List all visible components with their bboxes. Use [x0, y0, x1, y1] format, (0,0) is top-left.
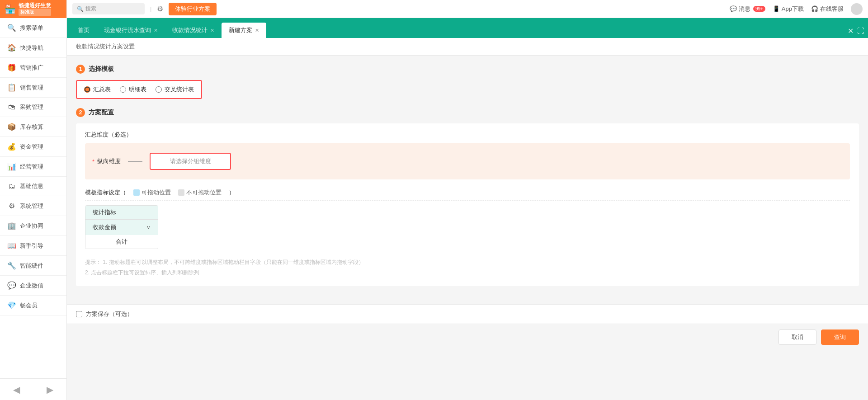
sidebar-item-sales[interactable]: 📋销售管理	[0, 78, 66, 98]
sidebar-label-search: 搜索菜单	[20, 24, 43, 32]
indicator-table: 统计指标 收款金额 ∨ 合计	[85, 205, 158, 249]
tab-home[interactable]: 首页	[71, 23, 97, 38]
sidebar-item-collab[interactable]: 🏢企业协同	[0, 216, 66, 236]
draggable-legend-box	[133, 189, 140, 196]
message-icon: 💬	[730, 5, 737, 12]
sidebar-icon-hardware: 🔧	[7, 261, 16, 270]
step2-title: 方案配置	[89, 108, 114, 117]
message-button[interactable]: 💬 消息 99+	[730, 5, 765, 13]
main-area: 🔍 搜索 | ⚙ 体验行业方案 💬 消息 99+ 📱 App下载 🎧 在线客服	[67, 0, 868, 400]
sidebar-bottom: ◀ ▶	[0, 378, 66, 400]
sidebar-item-purchase[interactable]: 🛍采购管理	[0, 98, 66, 117]
dropdown-icon[interactable]: ∨	[146, 224, 151, 231]
radio-cross[interactable]: 交叉统计表	[156, 85, 194, 94]
sidebar-icon-marketing: 🎁	[7, 63, 16, 72]
sidebar-item-inventory[interactable]: 📦库存核算	[0, 117, 66, 137]
indicator-cell-sub: 合计	[85, 235, 158, 249]
gear-icon[interactable]: ⚙	[157, 5, 163, 13]
sidebar-icon-basic: 🗂	[7, 182, 16, 190]
breadcrumb-text: 收款情况统计方案设置	[76, 43, 135, 50]
legend-draggable: 可拖动位置	[133, 188, 171, 197]
sidebar-icon-member: 💎	[7, 301, 16, 310]
tip1-text: 提示： 1. 拖动标题栏可以调整布局，不可跨维度或指标区域拖动栏目字段（只能在同…	[85, 258, 850, 267]
legend-fixed-label: 不可拖动位置	[186, 188, 222, 197]
user-avatar[interactable]	[851, 3, 863, 15]
topbar-search[interactable]: 🔍 搜索	[72, 3, 145, 14]
sidebar-label-member: 畅会员	[20, 301, 38, 310]
radio-detail-input[interactable]	[120, 86, 126, 93]
sidebar-label-collab: 企业协同	[20, 222, 43, 230]
sidebar-item-marketing[interactable]: 🎁营销推广	[0, 58, 66, 78]
search-placeholder: 搜索	[85, 5, 96, 13]
tab-label-receipts: 收款情况统计	[172, 26, 208, 34]
save-checkbox[interactable]	[76, 311, 82, 317]
sidebar-label-quick-nav: 快捷导航	[20, 44, 43, 52]
save-label: 方案保存（可选）	[86, 310, 133, 318]
sidebar-item-basic[interactable]: 🗂基础信息	[0, 177, 66, 196]
sidebar-label-sales: 销售管理	[20, 84, 43, 92]
sidebar-item-operation[interactable]: 📊经营管理	[0, 157, 66, 177]
radio-cross-input[interactable]	[156, 86, 162, 93]
template-selection-box: 汇总表 明细表 交叉统计表	[76, 80, 202, 99]
sidebar-icon-search: 🔍	[7, 24, 16, 32]
dim-select-box[interactable]: 请选择分组维度	[150, 153, 231, 170]
config-section: 汇总维度（必选） * 纵向维度 —— 请选择分组维度 模板指标设定（	[76, 123, 859, 286]
tab-close-new-plan[interactable]: ✕	[255, 28, 259, 33]
sidebar-label-finance: 资金管理	[20, 143, 43, 151]
maximize-icon[interactable]: ⛶	[857, 27, 864, 35]
tips-section: 提示： 1. 拖动标题栏可以调整布局，不可跨维度或指标区域拖动栏目字段（只能在同…	[85, 258, 850, 277]
sidebar-icon-operation: 📊	[7, 162, 16, 171]
cancel-button[interactable]: 取消	[778, 329, 816, 345]
step1-section: 1 选择模板 汇总表 明细表	[76, 65, 859, 99]
sidebar-label-inventory: 库存核算	[20, 123, 43, 131]
sidebar-collapse-btn[interactable]: ◀	[0, 379, 33, 400]
sidebar-item-system[interactable]: ⚙系统管理	[0, 196, 66, 216]
step2-number: 2	[76, 108, 85, 117]
tab-new-plan[interactable]: 新建方案✕	[222, 23, 266, 38]
message-badge: 99+	[753, 6, 765, 12]
sidebar-expand-btn[interactable]: ▶	[33, 379, 67, 400]
indicator-cell[interactable]: 收款金额 ∨	[85, 220, 158, 235]
tab-bank[interactable]: 现金银行流水查询✕	[97, 23, 165, 38]
trial-button[interactable]: 体验行业方案	[169, 3, 217, 15]
indicator-cell-label: 收款金额	[93, 223, 116, 231]
topbar: 🔍 搜索 | ⚙ 体验行业方案 💬 消息 99+ 📱 App下载 🎧 在线客服	[67, 0, 868, 18]
tabbar-actions: ✕ ⛶	[848, 27, 864, 38]
sidebar-item-hardware[interactable]: 🔧智能硬件	[0, 256, 66, 276]
radio-summary-input[interactable]	[84, 86, 90, 93]
page-breadcrumb: 收款情况统计方案设置	[67, 38, 868, 56]
sidebar-icon-finance: 💰	[7, 142, 16, 151]
radio-summary[interactable]: 汇总表	[84, 85, 111, 94]
sidebar-item-finance[interactable]: 💰资金管理	[0, 137, 66, 157]
tab-close-receipts[interactable]: ✕	[210, 28, 214, 33]
service-icon: 🎧	[811, 5, 818, 12]
tab-label-bank: 现金银行流水查询	[104, 26, 151, 34]
close-window-icon[interactable]: ✕	[848, 27, 854, 35]
tab-close-bank[interactable]: ✕	[154, 28, 158, 33]
step1-number: 1	[76, 65, 85, 74]
sidebar-item-quick-nav[interactable]: 🏠快捷导航	[0, 38, 66, 58]
confirm-button[interactable]: 查询	[821, 329, 859, 345]
sidebar-item-search[interactable]: 🔍搜索菜单	[0, 18, 66, 38]
sidebar: 🏪 畅捷通好生意 标准版 🔍搜索菜单🏠快捷导航🎁营销推广📋销售管理🛍采购管理📦库…	[0, 0, 67, 400]
sidebar-logo: 🏪 畅捷通好生意 标准版	[0, 0, 66, 18]
sidebar-icon-purchase: 🛍	[7, 103, 16, 111]
tab-label-new-plan: 新建方案	[229, 26, 252, 34]
sidebar-item-wecom[interactable]: 💬企业微信	[0, 276, 66, 296]
download-button[interactable]: 📱 App下载	[773, 5, 804, 13]
sidebar-item-member[interactable]: 💎畅会员	[0, 296, 66, 315]
required-mark: *	[92, 158, 94, 165]
indicator-title: 模板指标设定（	[85, 188, 126, 197]
download-icon: 📱	[773, 5, 780, 12]
sidebar-label-wecom: 企业微信	[20, 282, 43, 290]
message-label: 消息	[739, 5, 750, 13]
sidebar-item-guide[interactable]: 📖新手引导	[0, 236, 66, 256]
radio-cross-label: 交叉统计表	[165, 85, 194, 94]
service-button[interactable]: 🎧 在线客服	[811, 5, 844, 13]
sidebar-icon-system: ⚙	[7, 202, 16, 210]
dim-title-text: 纵向维度	[97, 157, 121, 165]
logo-tag: 标准版	[19, 9, 51, 16]
tab-receipts[interactable]: 收款情况统计✕	[165, 23, 222, 38]
radio-detail[interactable]: 明细表	[120, 85, 146, 94]
dimension-label-text: 汇总维度（必选）	[85, 131, 132, 138]
